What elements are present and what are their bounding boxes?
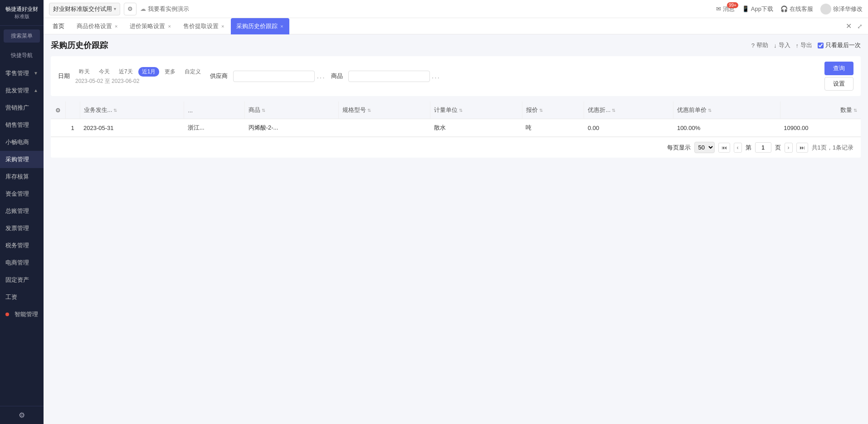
- app-download-button[interactable]: 📱 App下载: [742, 5, 773, 13]
- row-quoted-price-cell: 0.00: [584, 119, 673, 137]
- sidebar-item-invoice[interactable]: 发票管理: [0, 220, 44, 237]
- tab-strategy[interactable]: 进价策略设置 ×: [124, 18, 176, 34]
- row-date-cell: 2023-05-31: [80, 119, 184, 137]
- filter-actions: 查询 设置: [824, 62, 853, 91]
- filter-row: 日期 昨天 今天 近7天 近1月 更多 自定义 2023-05-02 至 202…: [58, 62, 853, 91]
- sidebar-item-wholesale[interactable]: 批发管理 ▲: [0, 82, 44, 99]
- tab-home[interactable]: 首页: [47, 18, 70, 34]
- topbar-right: ✉ 消息 99+ 📱 App下载 🎧 在线客服 徐泽华修改: [716, 4, 863, 14]
- supplier-input[interactable]: [233, 71, 315, 82]
- first-page-button[interactable]: ⏮: [718, 143, 730, 153]
- export-link[interactable]: ↑ 导出: [796, 41, 813, 49]
- sort-product-icon[interactable]: ⇅: [262, 108, 265, 113]
- tab-home-label: 首页: [53, 22, 64, 30]
- search-menu-button[interactable]: 搜索菜单: [4, 29, 40, 43]
- tabs-close-button[interactable]: ✕: [844, 21, 853, 31]
- help-link[interactable]: ? 帮助: [751, 41, 768, 49]
- date-filter-group: 昨天 今天 近7天 近1月 更多 自定义 2023-05-02 至 2023-0…: [75, 67, 205, 85]
- settings-button[interactable]: 设置: [824, 77, 853, 91]
- page-actions: ? 帮助 ↓ 导入 ↑ 导出 只看最后一次: [751, 41, 861, 49]
- th-pre-discount-label: 优惠前单价: [677, 106, 707, 114]
- question-icon: ?: [751, 42, 755, 49]
- tab-strategy-close[interactable]: ×: [168, 24, 171, 29]
- version-selector[interactable]: 好业财标准版交付试用 ▾: [49, 3, 120, 15]
- phone-icon: 📱: [742, 5, 749, 12]
- sidebar-item-marketing[interactable]: 营销推广: [0, 99, 44, 116]
- query-button[interactable]: 查询: [824, 62, 853, 75]
- next-page-button[interactable]: ›: [785, 143, 793, 153]
- th-quantity: 数量 ⇅: [780, 101, 861, 119]
- th-more: ...: [184, 101, 245, 119]
- sidebar-item-salary[interactable]: 工资: [0, 289, 44, 306]
- sort-price-icon[interactable]: ⇅: [539, 108, 543, 113]
- product-dots-button[interactable]: ...: [432, 72, 440, 80]
- import-link[interactable]: ↓ 导入: [774, 41, 790, 49]
- sort-discount-icon[interactable]: ⇅: [612, 108, 615, 113]
- tab-strategy-label: 进价策略设置: [130, 22, 165, 30]
- tabs-expand-button[interactable]: ⤢: [855, 22, 864, 31]
- date-btn-more[interactable]: 更多: [161, 67, 179, 77]
- online-service-button[interactable]: 🎧 在线客服: [780, 5, 813, 13]
- import-icon: ↓: [774, 42, 777, 49]
- sidebar-item-tax[interactable]: 税务管理: [0, 237, 44, 254]
- tab-history-close[interactable]: ×: [280, 24, 283, 29]
- date-btn-today[interactable]: 今天: [95, 67, 113, 77]
- sidebar-item-label: 零售管理: [5, 69, 29, 77]
- product-input[interactable]: [348, 71, 430, 82]
- row-num-cell: 1: [65, 119, 80, 137]
- th-unit-label: 计量单位: [434, 106, 458, 114]
- supplier-dots-button[interactable]: ...: [317, 72, 325, 80]
- message-button[interactable]: ✉ 消息 99+: [716, 5, 735, 13]
- tab-sale-price[interactable]: 售价提取设置 ×: [178, 18, 230, 34]
- sidebar-item-ledger[interactable]: 总账管理: [0, 202, 44, 220]
- sidebar-item-inventory[interactable]: 库存核算: [0, 168, 44, 185]
- th-date-label: 业务发生...: [84, 106, 112, 114]
- sort-pre-discount-icon[interactable]: ⇅: [708, 108, 712, 113]
- sort-date-icon[interactable]: ⇅: [113, 108, 117, 113]
- topbar-settings-button[interactable]: ⚙: [124, 3, 137, 15]
- tab-price-close[interactable]: ×: [115, 24, 117, 29]
- sidebar-item-ecommerce-small[interactable]: 小畅电商: [0, 134, 44, 151]
- sidebar-item-sales[interactable]: 销售管理: [0, 116, 44, 134]
- chevron-right-icon: ▼: [34, 71, 38, 76]
- sidebar-item-retail[interactable]: 零售管理 ▼: [0, 65, 44, 82]
- per-page-select[interactable]: 50: [694, 142, 715, 153]
- sidebar-item-ecommerce[interactable]: 电商管理: [0, 254, 44, 271]
- settings-gear-button[interactable]: ⚙: [19, 411, 25, 419]
- tab-price[interactable]: 商品价格设置 ×: [71, 18, 123, 34]
- date-btn-custom[interactable]: 自定义: [181, 67, 205, 77]
- date-btn-7days[interactable]: 近7天: [115, 67, 137, 77]
- page-number-input[interactable]: [755, 142, 771, 153]
- sidebar-item-intelligent[interactable]: 智能管理: [0, 306, 44, 323]
- prev-page-button[interactable]: ‹: [734, 143, 742, 153]
- only-latest-checkbox[interactable]: [818, 43, 824, 48]
- sidebar-item-label: 小畅电商: [5, 138, 29, 146]
- date-btn-yesterday[interactable]: 昨天: [75, 67, 93, 77]
- sidebar-item-finance[interactable]: 资金管理: [0, 185, 44, 202]
- sidebar-item-purchase[interactable]: 采购管理: [0, 151, 44, 168]
- app-label: App下载: [751, 5, 773, 13]
- gear-icon[interactable]: ⚙: [55, 107, 61, 114]
- date-btn-1month[interactable]: 近1月: [138, 67, 160, 77]
- th-unit: 计量单位 ⇅: [430, 101, 522, 119]
- tab-sale-price-close[interactable]: ×: [221, 24, 224, 29]
- sidebar-item-label: 发票管理: [5, 224, 29, 232]
- help-label: 帮助: [756, 41, 768, 49]
- row-price-unit-cell: 吨: [522, 119, 584, 137]
- supplier-filter-label: 供应商: [210, 72, 228, 80]
- user-profile-button[interactable]: 徐泽华修改: [820, 4, 863, 14]
- sort-unit-icon[interactable]: ⇅: [459, 108, 463, 113]
- sidebar-item-label: 固定资产: [5, 276, 29, 284]
- last-page-button[interactable]: ⏭: [796, 143, 808, 153]
- demo-link[interactable]: ☁ 我要看实例演示: [140, 5, 189, 13]
- th-pre-discount-price: 优惠前单价 ⇅: [673, 101, 780, 119]
- page-suffix-label: 页: [775, 144, 781, 152]
- tab-history[interactable]: 采购历史价跟踪 ×: [231, 18, 289, 34]
- sort-quantity-icon[interactable]: ⇅: [853, 108, 857, 113]
- sort-spec-icon[interactable]: ⇅: [367, 108, 371, 113]
- quick-nav-button[interactable]: 快捷导航: [4, 49, 40, 62]
- supplier-input-wrap: ...: [233, 71, 325, 82]
- sidebar-item-assets[interactable]: 固定资产: [0, 271, 44, 289]
- dot-indicator: [5, 313, 9, 316]
- sidebar-item-label: 销售管理: [5, 121, 29, 129]
